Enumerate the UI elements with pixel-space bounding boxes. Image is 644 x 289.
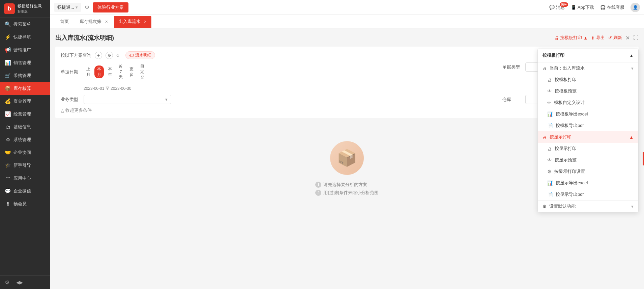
filter-tag-icon: 🏷 — [129, 53, 134, 58]
headset-icon: 🎧 — [600, 5, 606, 10]
guide-icon: 🎓 — [5, 162, 11, 168]
add-filter-button[interactable]: + — [95, 52, 102, 59]
current-template-label: 当前：出入库流水 — [550, 65, 585, 71]
display-preview-item[interactable]: 👁 按显示预览 — [538, 154, 638, 166]
member-icon: 🎖 — [5, 201, 11, 207]
sidebar-item-wechat[interactable]: 💬 企业微信 — [0, 185, 50, 198]
filter-collapse-icon[interactable]: « — [116, 52, 119, 58]
display-excel-item[interactable]: 📊 按显示导出excel — [538, 177, 638, 189]
system-icon: ⚙ — [5, 137, 11, 143]
sidebar-item-marketing[interactable]: 📢 营销推广 — [0, 44, 50, 56]
shortcut-icon: ⚡ — [5, 34, 11, 40]
app-download-link[interactable]: 📱 App下载 — [571, 4, 594, 10]
print-dropdown-header: 按模板打印 ▲ — [538, 49, 638, 62]
sidebar-item-business[interactable]: 📈 经营管理 — [0, 108, 50, 121]
message-badge: 99+ — [560, 2, 568, 7]
sidebar-item-label: 库存核算 — [13, 85, 31, 91]
app-download-label: App下载 — [578, 4, 594, 10]
sidebar-item-basic[interactable]: 🗂 基础信息 — [0, 121, 50, 133]
sidebar-item-appcenter[interactable]: 🗃 应用中心 — [0, 172, 50, 185]
date-btn-lastmonth[interactable]: 上月 — [84, 65, 93, 78]
template-preview-icon: 👁 — [547, 88, 552, 94]
tab-home[interactable]: 首页 — [55, 16, 74, 28]
scroll-indicator — [643, 152, 644, 165]
display-print-section-header[interactable]: 🖨 按显示打印 ▲ — [538, 131, 638, 143]
display-print-settings-item[interactable]: ⚙ 按显示打印设置 — [538, 166, 638, 177]
sidebar-item-member[interactable]: 🎖 畅会员 — [0, 198, 50, 210]
settings-footer-icon[interactable]: ⚙ — [5, 279, 9, 286]
display-pdf-item[interactable]: 📄 按显示导出pdf — [538, 189, 638, 200]
date-btn-custom[interactable]: 自定义 — [138, 62, 147, 81]
marketing-icon: 📢 — [5, 47, 11, 53]
wechat-icon: 💬 — [5, 188, 11, 194]
sidebar-item-search[interactable]: 🔍 搜索菜单 — [0, 18, 50, 31]
print-label: 按模板打印 — [560, 35, 582, 41]
refresh-button[interactable]: ↺ 刷新 — [608, 35, 622, 41]
default-section-label: 设置默认功能 — [549, 203, 576, 209]
step-1-label: 请先选择要分析的方案 — [323, 182, 367, 188]
biz-type-chevron-icon: ▾ — [165, 97, 168, 102]
filter-setting-button[interactable]: ⚙ — [106, 52, 113, 59]
date-label: 单据日期 — [61, 69, 81, 75]
settings-gear-icon[interactable]: ⚙ — [85, 4, 89, 10]
avatar[interactable]: 👤 — [631, 3, 640, 12]
sidebar-item-label: 快捷导航 — [13, 34, 31, 40]
panel-close-button[interactable]: ✕ — [625, 35, 630, 41]
sidebar-item-corp[interactable]: 🤝 企业协同 — [0, 146, 50, 159]
message-button[interactable]: 💬 消息 99+ — [549, 4, 565, 10]
sidebar-item-finance[interactable]: 💰 资金管理 — [0, 95, 50, 108]
date-btn-7days[interactable]: 近7天 — [116, 63, 125, 81]
sidebar-item-purchase[interactable]: 🛒 采购管理 — [0, 69, 50, 82]
template-design-item[interactable]: ✏ 模板自定义设计 — [538, 97, 638, 108]
template-print-item[interactable]: 🖨 按模板打印 — [538, 74, 638, 85]
print-dropdown-chevron-up-icon[interactable]: ▲ — [629, 53, 634, 58]
display-print-item[interactable]: 🖨 按显示打印 — [538, 143, 638, 154]
export-button[interactable]: ⬆ 导出 — [591, 35, 605, 41]
sidebar-item-shortcut[interactable]: ⚡ 快捷导航 — [0, 31, 50, 44]
step-num-2: 2 — [315, 190, 321, 196]
date-btn-more[interactable]: 更多 — [127, 65, 136, 78]
display-section-icon: 🖨 — [543, 135, 547, 140]
sidebar-item-guide[interactable]: 🎓 新手引导 — [0, 159, 50, 172]
biz-type-select[interactable]: ▾ — [84, 95, 171, 104]
tab-batch[interactable]: 库存批次账 ✕ — [75, 16, 113, 28]
display-section-title: 按显示打印 — [550, 134, 572, 140]
tab-flow-close-icon[interactable]: ✕ — [144, 20, 147, 24]
filter-tag[interactable]: 🏷 流水明细 — [125, 51, 155, 59]
print-template-button[interactable]: 🖨 按模板打印 ▲ — [554, 35, 588, 41]
appcenter-icon: 🗃 — [5, 176, 11, 181]
sidebar-logo: b 畅捷通好生意 标准版 — [0, 0, 50, 18]
display-print-icon: 🖨 — [547, 146, 552, 151]
empty-step-1: 1 请先选择要分析的方案 — [315, 182, 378, 188]
purchase-icon: 🛒 — [5, 73, 11, 79]
sidebar-item-label: 营销推广 — [13, 47, 31, 53]
sidebar-item-label: 应用中心 — [13, 175, 31, 181]
template-preview-item[interactable]: 👁 按模板预览 — [538, 85, 638, 97]
date-range-group: 2023-06-01 至 2023-06-30 — [61, 84, 189, 91]
display-section-chevron-icon: ▲ — [629, 135, 634, 140]
sidebar-item-system[interactable]: ⚙ 系统管理 — [0, 133, 50, 146]
business-icon: 📈 — [5, 111, 11, 117]
template-pdf-item[interactable]: 📄 按模板导出pdf — [538, 120, 638, 131]
template-excel-item[interactable]: 📊 按模板导出excel — [538, 108, 638, 120]
search-icon: 🔍 — [5, 21, 11, 27]
export-label: 导出 — [596, 35, 605, 41]
sidebar-item-inventory[interactable]: 📦 库存核算 — [0, 82, 50, 95]
tab-flow[interactable]: 出入库流水 ✕ — [114, 16, 152, 28]
default-section-header[interactable]: ⚙ 设置默认功能 ▾ — [538, 200, 638, 212]
industry-solution-button[interactable]: 体验行业方案 — [93, 2, 128, 12]
current-template-row[interactable]: 🖨 当前：出入库流水 ▾ — [538, 62, 638, 74]
panel-maximize-button[interactable]: ⛶ — [633, 35, 639, 41]
company-dropdown[interactable]: 畅捷通... ▾ — [54, 3, 81, 12]
online-service-link[interactable]: 🎧 在线客服 — [600, 4, 624, 10]
date-btn-thisyear[interactable]: 本年 — [105, 65, 115, 78]
main-area: 畅捷通... ▾ ⚙ 体验行业方案 💬 消息 99+ 📱 App下载 🎧 在线客… — [50, 0, 644, 289]
display-settings-label: 按显示打印设置 — [554, 168, 585, 175]
tab-batch-label: 库存批次账 — [80, 19, 101, 24]
inventory-icon: 📦 — [5, 85, 11, 91]
sidebar-item-sales[interactable]: 📊 销售管理 — [0, 56, 50, 69]
date-btn-thismonth[interactable]: 本月 — [94, 65, 104, 78]
collapse-sidebar-icon[interactable]: ◀▶ — [16, 280, 23, 285]
sidebar-item-label: 系统管理 — [13, 137, 31, 143]
tab-batch-close-icon[interactable]: ✕ — [105, 20, 108, 24]
